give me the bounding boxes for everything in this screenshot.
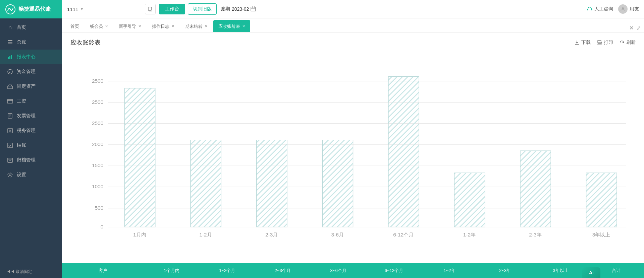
- tab-close-icon[interactable]: ✕: [242, 24, 245, 28]
- svg-text:6-12个月: 6-12个月: [393, 232, 414, 237]
- svg-text:2500: 2500: [92, 78, 103, 84]
- download-btn[interactable]: 下载: [574, 40, 591, 46]
- tab-guide[interactable]: 新手引导 ✕: [114, 20, 146, 32]
- old-version-button[interactable]: 切到旧版: [188, 3, 217, 15]
- refresh-btn[interactable]: 刷新: [619, 40, 636, 46]
- sidebar-item-label: 结账: [17, 142, 26, 148]
- tab-home[interactable]: 首页: [65, 20, 84, 32]
- th-3year-plus: 3年以上: [533, 268, 589, 274]
- th-1-2year: 1~2年: [422, 268, 477, 274]
- sidebar-item-reports[interactable]: 报表中心: [0, 50, 62, 64]
- reports-icon: [7, 54, 13, 60]
- archive-icon: [7, 157, 13, 163]
- bar-1月内: [124, 88, 155, 227]
- svg-text:0: 0: [101, 224, 104, 229]
- consult-label: 人工咨询: [594, 6, 613, 12]
- tab-label: 首页: [70, 23, 79, 29]
- ai-assistant-btn[interactable]: Ai: [582, 267, 600, 278]
- company-dropdown-icon[interactable]: ▾: [81, 7, 83, 11]
- tax-icon: [7, 127, 13, 134]
- sidebar-item-settings[interactable]: 设置: [0, 167, 62, 182]
- sidebar-item-funds[interactable]: ¥ 资金管理: [0, 64, 62, 79]
- settle-icon: [7, 142, 13, 149]
- svg-text:1月内: 1月内: [133, 232, 146, 237]
- sidebar-collapse-btn[interactable]: ◀◀ 取消固定: [0, 266, 62, 278]
- sidebar: 畅捷通易代账 ⌂ 首页 总账 报表中心 ¥: [0, 0, 62, 278]
- svg-rect-36: [598, 43, 601, 44]
- th-6-12month: 6~12个月: [366, 268, 422, 274]
- svg-rect-31: [591, 9, 592, 10]
- svg-rect-9: [8, 86, 12, 89]
- workbench-button[interactable]: 工作台: [159, 4, 185, 14]
- sidebar-item-home[interactable]: ⌂ 首页: [0, 20, 62, 35]
- home-icon: ⌂: [7, 24, 13, 31]
- tab-expand-icon[interactable]: ⤢: [636, 25, 641, 31]
- company-name: 1111: [67, 6, 78, 12]
- svg-point-23: [9, 174, 11, 176]
- svg-text:1-2月: 1-2月: [199, 232, 212, 237]
- content-area: 应收账龄表 下载 打印 刷新: [62, 32, 644, 278]
- header-period: 账期 2023-02: [221, 6, 256, 12]
- tab-ar-aging[interactable]: 应收账龄表 ✕: [213, 20, 250, 32]
- tab-close-icon[interactable]: ✕: [138, 24, 141, 28]
- bar-2-3年: [520, 151, 551, 227]
- invoice-icon: [7, 113, 13, 119]
- svg-text:1500: 1500: [92, 162, 103, 168]
- period-label: 账期: [221, 6, 230, 12]
- page-header: 应收账龄表 下载 打印 刷新: [62, 32, 644, 50]
- sidebar-item-label: 首页: [17, 24, 26, 30]
- svg-rect-3: [8, 44, 12, 44]
- th-2-3year: 2~3年: [477, 268, 533, 274]
- sidebar-item-label: 总账: [17, 39, 26, 45]
- sidebar-logo: 畅捷通易代账: [0, 0, 62, 18]
- tab-close-icon[interactable]: ✕: [105, 24, 108, 28]
- sidebar-item-archive[interactable]: 归档管理: [0, 153, 62, 167]
- tab-log[interactable]: 操作日志 ✕: [147, 20, 179, 32]
- bar-1-2月: [191, 140, 221, 227]
- tab-close-all-icon[interactable]: ✕: [629, 25, 634, 31]
- consult-btn[interactable]: 人工咨询: [587, 6, 613, 13]
- tab-member[interactable]: 畅会员 ✕: [85, 20, 113, 32]
- copy-btn[interactable]: [145, 4, 156, 14]
- funds-icon: ¥: [7, 68, 13, 75]
- main-area: 1111 ▾ 工作台 切到旧版 账期 2023-02: [62, 0, 644, 278]
- settings-icon: [7, 171, 13, 178]
- sidebar-item-fixed-assets[interactable]: 固定资产: [0, 79, 62, 94]
- tab-label: 新手引导: [119, 23, 136, 29]
- svg-text:2500: 2500: [92, 120, 103, 126]
- sidebar-item-invoice[interactable]: 发票管理: [0, 109, 62, 123]
- tab-close-icon[interactable]: ✕: [171, 24, 174, 28]
- table-header: 客户 1个月内 1~2个月 2~3个月 3~6个月 6~12个月 1~2年 2~…: [62, 263, 644, 278]
- tab-period-end[interactable]: 期末结转 ✕: [180, 20, 213, 32]
- download-label: 下载: [581, 40, 591, 46]
- ai-label: Ai: [589, 270, 594, 275]
- svg-rect-26: [251, 7, 256, 11]
- tab-close-icon[interactable]: ✕: [205, 24, 208, 28]
- sidebar-item-label: 发票管理: [17, 113, 36, 119]
- svg-text:1-2年: 1-2年: [463, 232, 476, 237]
- calendar-icon[interactable]: [251, 6, 256, 12]
- svg-text:¥: ¥: [8, 70, 11, 74]
- svg-text:1000: 1000: [92, 184, 103, 189]
- header-company: 1111 ▾: [67, 6, 141, 12]
- sidebar-item-general-ledger[interactable]: 总账: [0, 35, 62, 50]
- svg-text:2-3年: 2-3年: [529, 232, 541, 237]
- svg-text:3-6月: 3-6月: [331, 232, 344, 237]
- svg-rect-34: [598, 41, 601, 42]
- bar-3年以上: [586, 173, 617, 227]
- sidebar-item-payroll[interactable]: 工资: [0, 94, 62, 109]
- sidebar-item-settle[interactable]: 结账: [0, 138, 62, 153]
- svg-text:2-3月: 2-3月: [265, 232, 278, 237]
- sidebar-item-label: 固定资产: [17, 83, 36, 89]
- th-customer: 客户: [62, 268, 144, 274]
- print-btn[interactable]: 打印: [597, 40, 613, 46]
- th-1-2month: 1~2个月: [199, 268, 255, 274]
- tab-label: 应收账龄表: [218, 23, 240, 29]
- th-2-3month: 2~3个月: [255, 268, 311, 274]
- user-menu[interactable]: 用友: [618, 4, 639, 14]
- tabs-actions: ✕ ⤢: [629, 25, 644, 32]
- svg-rect-25: [148, 7, 151, 10]
- svg-rect-4: [8, 57, 9, 59]
- sidebar-item-tax[interactable]: 税务管理: [0, 123, 62, 138]
- refresh-label: 刷新: [626, 40, 636, 46]
